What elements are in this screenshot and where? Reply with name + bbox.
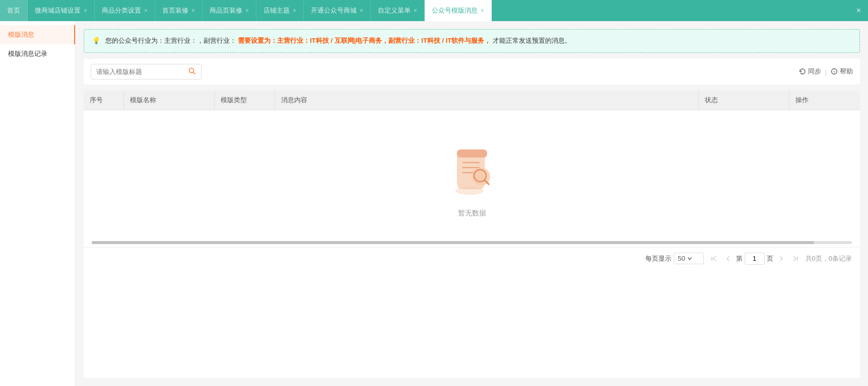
chevron-left-icon — [725, 256, 730, 261]
pagination: 每页显示 50 — [84, 247, 860, 270]
nav-tab-store-settings[interactable]: 微商城店铺设置 × — [28, 0, 95, 21]
nav-tab-open-mall[interactable]: 开通公众号商城 × — [304, 0, 371, 21]
scrollbar-thumb[interactable] — [92, 241, 814, 244]
help-icon: ? — [831, 68, 838, 75]
notice-suffix: 才能正常发送预置的消息。 — [493, 37, 571, 44]
last-page-icon — [792, 256, 798, 262]
main-content: 💡 您的公众号行业为：主营行业：，副营行业： 需要设置为：主营行业：IT科技 /… — [76, 21, 868, 386]
top-navigation: 首页 微商城店铺设置 × 商品分类设置 × 首页装修 × 商品页装修 × 店铺主… — [0, 0, 868, 21]
sync-button[interactable]: 同步 — [799, 67, 821, 76]
toolbar-divider: | — [825, 68, 827, 75]
nav-tab-home-label: 首页 — [7, 6, 20, 15]
page-size-selector: 每页显示 50 — [645, 253, 704, 264]
help-button[interactable]: ? 帮助 — [831, 67, 853, 76]
nav-tab-home-decor[interactable]: 首页装修 × — [155, 0, 203, 21]
close-category-settings-icon[interactable]: × — [144, 7, 148, 14]
nav-tab-custom-menu-label: 自定义菜单 — [378, 6, 411, 15]
close-template-msg-icon[interactable]: × — [481, 7, 484, 14]
first-page-icon — [711, 256, 717, 262]
notice-highlight: 需要设置为：主营行业：IT科技 / 互联网|电子商务，副营行业：IT科技 / I… — [238, 37, 491, 44]
toolbar-right: 同步 | ? 帮助 — [799, 67, 853, 76]
scrollbar-wrap[interactable] — [84, 238, 860, 247]
nav-tab-category-settings-label: 商品分类设置 — [102, 6, 141, 15]
notice-icon: 💡 — [92, 37, 100, 44]
empty-text: 暂无数据 — [458, 209, 486, 218]
chevron-right-icon — [779, 256, 784, 261]
th-action: 操作 — [789, 91, 860, 110]
svg-point-11 — [477, 172, 484, 179]
nav-tab-product-decor[interactable]: 商品页装修 × — [203, 0, 256, 21]
page-size-value: 50 — [678, 255, 685, 262]
first-page-button[interactable] — [708, 253, 720, 265]
prev-page-button[interactable] — [722, 253, 734, 265]
close-home-decor-icon[interactable]: × — [191, 7, 195, 14]
nav-tab-home[interactable]: 首页 — [0, 0, 28, 21]
sidebar-item-template-msg-log[interactable]: 模版消息记录 — [0, 44, 75, 63]
notice-prefix: 您的公众号行业为：主营行业：，副营行业： — [105, 37, 236, 44]
close-store-settings-icon[interactable]: × — [84, 7, 87, 14]
page-number-input[interactable] — [745, 253, 765, 265]
close-all-tabs-button[interactable]: × — [849, 6, 868, 15]
nav-tab-custom-menu[interactable]: 自定义菜单 × — [371, 0, 425, 21]
th-name: 模版名称 — [124, 91, 215, 110]
nav-tab-template-msg[interactable]: 公众号模版消息 × — [425, 0, 492, 21]
svg-text:?: ? — [833, 70, 836, 74]
chevron-down-icon — [687, 256, 692, 261]
empty-state: 暂无数据 — [84, 110, 860, 238]
nav-tab-category-settings[interactable]: 商品分类设置 × — [95, 0, 155, 21]
search-icon — [188, 67, 195, 74]
nav-tab-home-decor-label: 首页装修 — [162, 6, 188, 15]
nav-tab-open-mall-label: 开通公众号商城 — [311, 6, 357, 15]
close-product-decor-icon[interactable]: × — [245, 7, 249, 14]
sync-icon — [799, 68, 806, 75]
sidebar-item-template-msg[interactable]: 模版消息 — [0, 25, 75, 44]
th-status: 状态 — [699, 91, 789, 110]
search-input-wrap — [91, 64, 202, 80]
help-label: 帮助 — [840, 67, 853, 76]
page-size-prefix-label: 每页显示 — [645, 254, 672, 263]
last-page-button[interactable] — [789, 253, 802, 265]
search-button[interactable] — [184, 64, 199, 79]
sidebar: 模版消息 模版消息记录 — [0, 21, 76, 386]
page-size-select-box[interactable]: 50 — [674, 253, 704, 264]
nav-tab-store-theme[interactable]: 店铺主题 × — [256, 0, 304, 21]
page-unit-label: 页 — [767, 254, 773, 263]
next-page-button[interactable] — [775, 253, 787, 265]
close-open-mall-icon[interactable]: × — [360, 7, 363, 14]
main-layout: 模版消息 模版消息记录 💡 您的公众号行业为：主营行业：，副营行业： 需要设置为… — [0, 21, 868, 386]
th-type: 模版类型 — [215, 91, 275, 110]
sidebar-item-template-msg-label: 模版消息 — [8, 31, 34, 38]
svg-line-1 — [193, 72, 195, 74]
search-bar: 同步 | ? 帮助 — [84, 59, 860, 85]
data-table: 序号 模版名称 模版类型 消息内容 状态 操作 — [84, 91, 860, 378]
nav-tab-product-decor-label: 商品页装修 — [210, 6, 242, 15]
close-store-theme-icon[interactable]: × — [293, 7, 296, 14]
nav-tab-template-msg-label: 公众号模版消息 — [432, 6, 478, 15]
page-total-label: 共0页，0条记录 — [806, 254, 852, 263]
th-seq: 序号 — [84, 91, 124, 110]
empty-illustration — [442, 140, 502, 201]
sidebar-item-template-msg-log-label: 模版消息记录 — [8, 50, 47, 57]
page-navigation: 第 页 — [708, 253, 802, 265]
nav-tab-store-theme-label: 店铺主题 — [263, 6, 290, 15]
close-custom-menu-icon[interactable]: × — [414, 7, 417, 14]
search-input[interactable] — [91, 65, 184, 79]
scrollbar-track[interactable] — [92, 241, 852, 244]
nav-tab-store-settings-label: 微商城店铺设置 — [35, 6, 81, 15]
table-header: 序号 模版名称 模版类型 消息内容 状态 操作 — [84, 91, 860, 110]
notice-banner: 💡 您的公众号行业为：主营行业：，副营行业： 需要设置为：主营行业：IT科技 /… — [84, 29, 860, 53]
sync-label: 同步 — [808, 67, 821, 76]
page-label: 第 — [736, 254, 743, 263]
th-content: 消息内容 — [275, 91, 699, 110]
